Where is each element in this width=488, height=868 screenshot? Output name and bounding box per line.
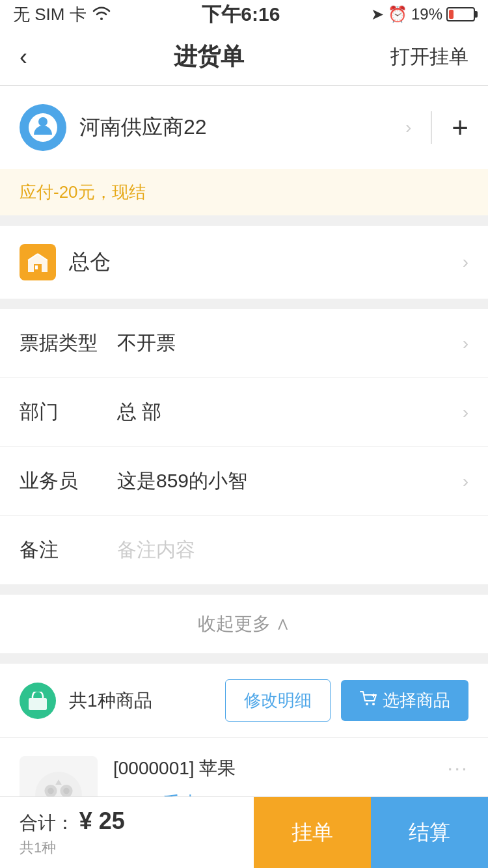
person-icon: [33, 115, 53, 141]
total-row: 合计： ¥ 25: [20, 807, 234, 835]
status-bar: 无 SIM 卡 下午6:16 ➤ ⏰ 19%: [0, 0, 488, 29]
checkout-button[interactable]: 结算: [371, 797, 488, 869]
edit-detail-button[interactable]: 修改明细: [225, 679, 331, 722]
alarm-icon: ⏰: [388, 5, 407, 23]
salesman-row[interactable]: 业务员 这是859的小智 ›: [0, 446, 488, 515]
supplier-avatar: [20, 104, 66, 151]
salesman-value: 这是859的小智: [98, 468, 463, 495]
supplier-divider: [431, 111, 432, 144]
form-section: 票据类型 不开票 › 部门 总 部 › 业务员 这是859的小智 › 备注 备注…: [0, 309, 488, 584]
nav-bar: ‹ 进货单 打开挂单: [0, 29, 488, 86]
collapse-row[interactable]: 收起更多 ∧: [0, 595, 488, 653]
total-amount: ¥ 25: [79, 807, 125, 834]
svg-rect-2: [35, 265, 38, 269]
product-title: 苹果: [199, 758, 236, 778]
select-product-label: 选择商品: [383, 689, 450, 712]
total-count: 共1种: [20, 838, 234, 858]
warehouse-section: 总仓 ›: [0, 226, 488, 299]
product-menu-button[interactable]: ···: [447, 756, 468, 780]
total-section: 合计： ¥ 25 共1种: [0, 807, 254, 858]
location-icon: ➤: [371, 5, 384, 23]
svg-point-10: [63, 788, 70, 794]
warehouse-icon: [20, 244, 56, 280]
battery-icon: [446, 7, 475, 21]
bottom-bar: 合计： ¥ 25 共1种 挂单 结算: [0, 796, 488, 868]
page-title: 进货单: [174, 41, 244, 73]
cart-icon: [359, 690, 377, 711]
wifi-icon: [92, 5, 111, 25]
payment-notice: 应付-20元，现结: [0, 169, 488, 215]
status-time: 下午6:16: [202, 1, 280, 28]
remark-label: 备注: [20, 537, 98, 563]
select-product-button[interactable]: 选择商品: [341, 680, 468, 721]
warehouse-name: 总仓: [69, 248, 463, 277]
back-button[interactable]: ‹: [20, 44, 27, 71]
chevron-right-icon: ›: [405, 117, 411, 138]
hang-button[interactable]: 挂单: [254, 797, 371, 869]
open-pending-button[interactable]: 打开挂单: [390, 44, 468, 70]
product-code: [0000001]: [113, 758, 195, 778]
battery-percent: 19%: [411, 5, 442, 23]
salesman-label: 业务员: [20, 468, 98, 495]
main-content: 河南供应商22 › + 应付-20元，现结 总仓 › 票据类型: [0, 86, 488, 868]
product-icon: [20, 683, 56, 719]
supplier-row[interactable]: 河南供应商22 › +: [0, 86, 488, 169]
collapse-label: 收起更多 ∧: [198, 612, 291, 636]
svg-point-0: [38, 117, 47, 126]
status-carrier: 无 SIM 卡: [13, 3, 111, 26]
total-label: 合计：: [20, 813, 74, 833]
remark-input[interactable]: 备注内容: [98, 537, 468, 563]
invoice-chevron-icon: ›: [463, 333, 468, 354]
warehouse-chevron-icon: ›: [463, 252, 468, 273]
supplier-section: 河南供应商22 › + 应付-20元，现结: [0, 86, 488, 215]
status-right: ➤ ⏰ 19%: [371, 5, 475, 23]
dept-chevron-icon: ›: [463, 402, 468, 423]
salesman-chevron-icon: ›: [463, 471, 468, 492]
dept-row[interactable]: 部门 总 部 ›: [0, 377, 488, 446]
invoice-label: 票据类型: [20, 330, 98, 357]
svg-point-5: [372, 703, 375, 705]
supplier-name: 河南供应商22: [79, 113, 405, 142]
svg-rect-3: [29, 698, 47, 710]
product-count: 共1种商品: [69, 688, 225, 713]
svg-point-4: [366, 703, 368, 705]
invoice-row[interactable]: 票据类型 不开票 ›: [0, 309, 488, 377]
remark-row[interactable]: 备注 备注内容: [0, 515, 488, 584]
product-header: 共1种商品 修改明细 选择商品: [0, 664, 488, 737]
svg-point-9: [47, 788, 54, 794]
dept-value: 总 部: [98, 399, 463, 426]
dept-label: 部门: [20, 399, 98, 426]
add-supplier-button[interactable]: +: [452, 111, 468, 144]
warehouse-row[interactable]: 总仓 ›: [0, 226, 488, 299]
invoice-value: 不开票: [98, 330, 463, 357]
product-name: [0000001] 苹果: [113, 756, 431, 781]
